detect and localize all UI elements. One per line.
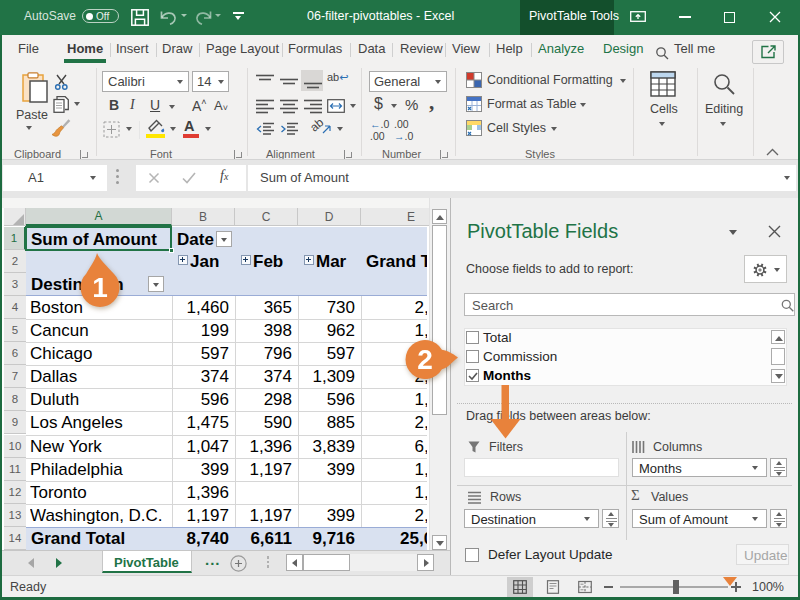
svg-text:2: 2: [417, 344, 433, 375]
svg-text:1: 1: [92, 272, 108, 303]
